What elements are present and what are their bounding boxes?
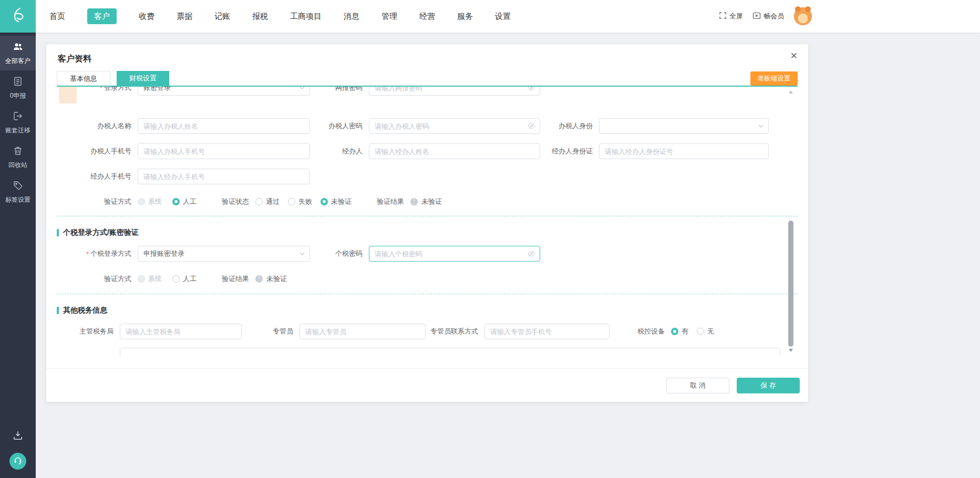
sidebar-item-label: 回收站 [8, 161, 27, 170]
radio-device-no[interactable]: 无 [697, 327, 714, 336]
field-login-method: * 登录方式 账密登录 [57, 87, 310, 96]
radio-label: 未验证 [331, 197, 352, 206]
cancel-button[interactable]: 取 消 [666, 378, 729, 393]
login-method-select[interactable]: 账密登录 [138, 87, 310, 96]
sidebar-item-label: 标签设置 [5, 195, 30, 204]
scrollbar-thumb[interactable] [788, 221, 793, 347]
tab-basic-info[interactable]: 基本信息 [57, 71, 110, 86]
admin-contact-input[interactable] [490, 328, 594, 336]
radio-dot [172, 198, 180, 205]
radio-dot [671, 328, 678, 335]
nav-item-tax-filing[interactable]: 报税 [252, 8, 268, 24]
radio-dot [138, 275, 145, 283]
taxer-phone-input[interactable] [143, 148, 295, 155]
personal-password-label: 个税密码 [310, 249, 369, 258]
trash-icon [13, 146, 23, 158]
eye-off-icon[interactable] [528, 87, 535, 92]
field-verify-status: 验证状态 通过 失败 未验证 [197, 197, 352, 206]
field-personal-password: 个税密码 [310, 246, 540, 262]
tax-device-label: 税控设备 [610, 327, 671, 336]
web-password-label: 网报密码 [310, 87, 369, 92]
close-icon[interactable]: ✕ [790, 51, 798, 60]
section-other-tax: 其他税务信息 [57, 306, 798, 315]
radio-label: 系统 [148, 197, 162, 206]
sidebar-item-tag-settings[interactable]: 标签设置 [0, 174, 36, 209]
radio-system[interactable]: 系统 [138, 197, 162, 206]
sidebar-item-account-migration[interactable]: 账套迁移 [0, 105, 36, 140]
taxer-identity-select[interactable] [599, 118, 769, 134]
radio-unverified[interactable]: 未验证 [321, 197, 352, 206]
member-button[interactable]: 畅会员 [752, 12, 784, 22]
taxer-password-field [369, 118, 540, 134]
radio-pass[interactable]: 通过 [255, 197, 280, 206]
chevron-down-icon [758, 123, 764, 129]
web-password-field [369, 87, 540, 96]
nav-item-settings[interactable]: 设置 [495, 8, 511, 24]
nav-item-operation[interactable]: 经营 [419, 8, 435, 24]
agent-name-input[interactable] [375, 148, 525, 155]
scroll-down-arrow[interactable] [789, 349, 793, 352]
agent-name-label: 经办人 [310, 147, 369, 156]
label-text: 个税登录方式 [90, 249, 131, 258]
form-row-personal-verify: 验证方式 系统 人工 验证结果 ! 未验证 [57, 271, 798, 287]
scroll-up-arrow[interactable] [789, 90, 793, 93]
taxer-name-input[interactable] [143, 122, 295, 130]
eye-off-icon[interactable] [528, 122, 535, 130]
personal-login-select[interactable]: 申报账密登录 [138, 246, 310, 262]
tab-tax-settings[interactable]: 财税设置 [117, 71, 169, 86]
radio-dot [172, 275, 180, 283]
admin-contact-label: 专管员联系方式 [426, 327, 484, 336]
declaration-report-icon [13, 76, 23, 88]
nav-item-bookkeeping[interactable]: 记账 [214, 8, 230, 24]
agent-phone-input[interactable] [143, 173, 295, 181]
nav-item-home[interactable]: 首页 [49, 8, 65, 24]
info-icon: ! [410, 198, 418, 205]
customer-service-button[interactable] [9, 453, 26, 470]
fullscreen-button[interactable]: 全屏 [719, 12, 743, 21]
radio-fail[interactable]: 失败 [288, 197, 312, 206]
agent-id-input[interactable] [605, 148, 754, 155]
taxer-password-input[interactable] [375, 122, 525, 130]
sidebar-item-label: 0申报 [10, 91, 26, 100]
form-row-clipped [57, 348, 798, 356]
save-button[interactable]: 保 存 [737, 378, 800, 393]
nav-item-customers[interactable]: 客户 [87, 8, 117, 24]
dialog-footer: 取 消 保 存 [46, 368, 808, 402]
radio-label: 有 [682, 327, 688, 336]
clipped-row-input[interactable] [126, 352, 765, 357]
field-taxer-phone: 办税人手机号 [57, 143, 310, 159]
web-password-input[interactable] [375, 87, 525, 92]
nav-item-messages[interactable]: 消息 [344, 8, 359, 24]
radio-manual[interactable]: 人工 [172, 197, 197, 206]
sidebar-item-recycle-bin[interactable]: 回收站 [0, 140, 36, 174]
tax-admin-input[interactable] [305, 328, 410, 336]
download-client-button[interactable] [12, 430, 24, 443]
nav-item-services[interactable]: 服务 [457, 8, 473, 24]
nav-item-billing[interactable]: 收费 [139, 8, 154, 24]
form-row-personal-login: * 个税登录方式 申报账密登录 个税密码 [57, 246, 798, 262]
verify-status-label: 验证状态 [197, 197, 255, 206]
headset-icon [13, 455, 23, 467]
radio-system[interactable]: 系统 [138, 274, 162, 284]
section-title: 其他税务信息 [63, 306, 107, 315]
eye-off-icon[interactable] [528, 250, 535, 258]
admin-contact-field [484, 324, 610, 339]
form-scroll-area[interactable]: * 登录方式 账密登录 网报密码 [46, 87, 808, 356]
field-personal-login: * 个税登录方式 申报账密登录 [57, 246, 310, 262]
personal-password-input[interactable] [375, 250, 525, 258]
tax-bureau-input[interactable] [126, 328, 226, 336]
verify-result-value: ! 未验证 [410, 197, 442, 206]
radio-manual[interactable]: 人工 [172, 274, 197, 284]
nav-item-business-projects[interactable]: 工商项目 [290, 8, 322, 24]
user-avatar[interactable] [793, 7, 812, 26]
sidebar-item-all-customers[interactable]: 全部客户 [0, 36, 36, 70]
radio-device-yes[interactable]: 有 [671, 327, 688, 336]
tax-admin-label: 专管员 [242, 327, 300, 336]
app-logo[interactable] [0, 0, 36, 33]
radio-label: 系统 [148, 274, 162, 284]
nav-item-invoices[interactable]: 票据 [177, 8, 192, 24]
nav-item-management[interactable]: 管理 [381, 8, 397, 24]
boss-settings-button[interactable]: 老板端设置 [750, 71, 798, 86]
sidebar-item-declaration[interactable]: 0申报 [0, 70, 36, 105]
dashed-divider [57, 216, 798, 216]
